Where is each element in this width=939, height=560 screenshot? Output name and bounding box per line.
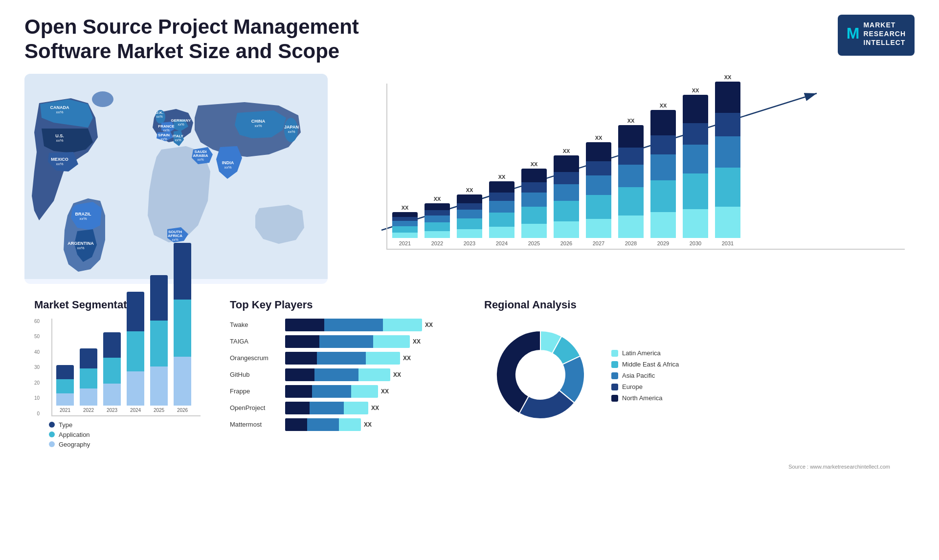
legend-application-label: Application <box>59 431 90 438</box>
bar-year-label: 2027 <box>593 240 604 246</box>
regional-title: Regional Analysis <box>484 299 905 311</box>
player-bar-seg-2 <box>317 352 366 365</box>
label-canada: CANADA <box>50 105 69 110</box>
stacked-bar <box>457 194 482 238</box>
bar-segment-1 <box>650 110 676 135</box>
player-bar <box>285 402 368 414</box>
bar-segment-1 <box>715 82 740 113</box>
svg-text:xx%: xx% <box>156 115 162 118</box>
player-row: TwakeXX <box>230 319 455 331</box>
svg-text:xx%: xx% <box>178 123 184 126</box>
bar-segment-3 <box>425 215 450 222</box>
bar-segment-2 <box>554 172 579 184</box>
bar-segment-1 <box>425 203 450 210</box>
label-mexico: MEXICO <box>51 157 68 162</box>
stacked-bar <box>425 203 450 238</box>
application-dot <box>49 431 55 437</box>
player-name: Mattermost <box>230 421 281 428</box>
player-bar-seg-3 <box>373 335 410 348</box>
legend-geography-label: Geography <box>59 441 90 448</box>
regional-donut-area: Latin America Middle East & Africa Asia … <box>484 319 905 433</box>
seg-segment-2 <box>174 300 191 357</box>
legend-type: Type <box>49 421 201 429</box>
bar-segment-5 <box>650 212 676 237</box>
stacked-bar <box>618 125 644 238</box>
bar-segment-3 <box>586 175 611 194</box>
bar-segment-2 <box>683 123 708 145</box>
donut-chart <box>484 319 597 433</box>
legend-latin-america: Latin America <box>611 349 679 357</box>
bar-value-label: XX <box>563 148 570 154</box>
player-bar-track: XX <box>285 352 411 365</box>
latin-america-label: Latin America <box>622 349 661 357</box>
logo-line2: RESEARCH <box>863 29 906 38</box>
player-name: Orangescrum <box>230 354 281 362</box>
bar-group: XX2022 <box>425 196 450 246</box>
player-value: XX <box>364 421 372 428</box>
player-row: TAIGAXX <box>230 335 455 348</box>
asia-pacific-label: Asia Pacific <box>622 372 655 379</box>
seg-bar-group: 2022 <box>80 348 97 413</box>
bar-segment-5 <box>618 215 644 238</box>
player-name: Twake <box>230 321 281 328</box>
seg-segment-2 <box>150 321 168 366</box>
seg-segment-3 <box>127 371 144 406</box>
bar-segment-5 <box>554 221 579 238</box>
main-bar-chart: XX2021XX2022XX2023XX2024XX2025XX2026XX20… <box>337 74 915 284</box>
seg-segment-2 <box>56 379 74 393</box>
label-spain: SPAIN <box>158 133 170 137</box>
bar-segment-5 <box>457 229 482 238</box>
svg-point-1 <box>92 91 113 107</box>
bar-group: XX2021 <box>392 205 418 246</box>
player-value: XX <box>393 371 401 378</box>
page-header: Open Source Project Management Software … <box>24 15 915 64</box>
seg-segment-1 <box>56 365 74 379</box>
svg-text:xx%: xx% <box>79 216 87 221</box>
seg-segment-1 <box>80 348 97 368</box>
middle-east-label: Middle East & Africa <box>622 361 679 368</box>
geography-dot <box>49 441 55 447</box>
seg-year-label: 2026 <box>177 408 188 413</box>
stacked-bar <box>715 82 740 238</box>
label-us: U.S. <box>55 133 64 138</box>
seg-stacked-bar <box>80 348 97 406</box>
bar-segment-3 <box>457 210 482 218</box>
player-row: MattermostXX <box>230 418 455 431</box>
bar-group: XX2029 <box>650 103 676 246</box>
svg-text:xx%: xx% <box>163 129 169 132</box>
stacked-bar <box>683 95 708 238</box>
bar-segment-4 <box>489 213 514 227</box>
player-bar-track: XX <box>285 402 379 414</box>
bar-segment-4 <box>457 218 482 229</box>
bar-year-label: 2030 <box>690 240 701 246</box>
player-bar-seg-1 <box>285 335 319 348</box>
seg-year-label: 2022 <box>83 408 94 413</box>
player-name: OpenProject <box>230 404 281 411</box>
top-section: CANADA xx% U.S. xx% MEXICO xx% BRAZIL xx… <box>24 74 915 284</box>
player-bar-seg-2 <box>324 319 383 331</box>
bar-year-label: 2026 <box>560 240 572 246</box>
bar-value-label: XX <box>692 87 699 93</box>
player-bar-seg-1 <box>285 418 307 431</box>
label-france: FRANCE <box>158 124 175 129</box>
seg-stacked-bar <box>174 243 191 406</box>
bar-segment-1 <box>586 142 611 161</box>
source-text: Source : www.marketresearchintellect.com <box>0 464 890 470</box>
label-italy: ITALY <box>173 134 183 138</box>
player-row: GitHubXX <box>230 368 455 381</box>
seg-y-axis: 60 50 40 30 20 10 0 <box>34 319 42 416</box>
seg-stacked-bar <box>150 275 168 406</box>
bar-segment-1 <box>521 169 547 182</box>
svg-text:xx%: xx% <box>197 158 203 161</box>
label-uk: U.K. <box>156 110 163 115</box>
player-bar-seg-3 <box>344 402 368 414</box>
player-bar <box>285 368 390 381</box>
player-name: GitHub <box>230 371 281 378</box>
stacked-bar <box>521 169 547 238</box>
seg-segment-3 <box>103 384 121 406</box>
player-bar-seg-2 <box>314 368 358 381</box>
seg-bar-group: 2026 <box>174 243 191 413</box>
bar-segment-4 <box>425 222 450 231</box>
player-value: XX <box>371 405 379 411</box>
regional-section: Regional Analysis Latin America Middle E… <box>474 294 915 465</box>
